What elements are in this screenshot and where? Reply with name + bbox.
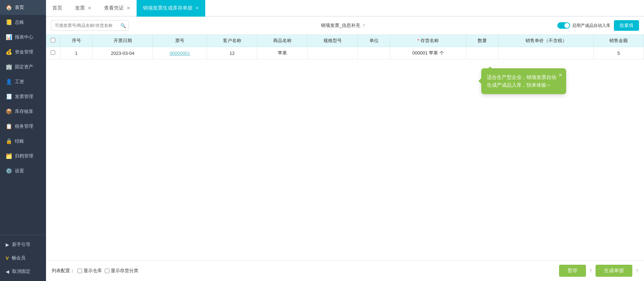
save-help-icon[interactable]: ?	[590, 268, 592, 274]
tab-invoice[interactable]: 发票 ✕	[69, 0, 98, 17]
table-row: 1 2023-03-04 00000001 12 苹果 000001 苹果 个 …	[46, 47, 644, 59]
data-table: 序号 开票日期 票号 客户名称 商品名称 规格型号 单位 * 存货名称 数量 销…	[46, 35, 644, 59]
th-seq: 序号	[60, 35, 92, 47]
sidebar: 🏠 首页 📒 总账 📊 报表中心 💰 资金管理 🏢 固定资产 👤 工资 🧾 发票…	[0, 0, 46, 281]
config-label: 列表配置：	[52, 268, 75, 274]
assets-icon: 🏢	[6, 64, 12, 70]
vip-icon: V	[6, 256, 9, 261]
th-quantity: 数量	[466, 35, 499, 47]
sidebar-item-close[interactable]: 🔒 结账	[0, 134, 46, 149]
th-checkbox	[46, 35, 60, 47]
sidebar-item-home[interactable]: 🏠 首页	[0, 0, 46, 15]
sidebar-item-assets[interactable]: 🏢 固定资产	[0, 59, 46, 74]
th-product: 商品名称	[257, 35, 307, 47]
search-icon[interactable]: 🔍	[120, 23, 126, 28]
sidebar-item-tax[interactable]: 📋 税务管理	[0, 119, 46, 134]
sidebar-item-vip[interactable]: V 畅会员	[0, 251, 46, 265]
search-wrap: 🔍	[51, 20, 129, 31]
tooltip-text: 适合生产型企业，销项发票自动生成产成品入库，快来体验～	[487, 74, 556, 88]
footer: 列表配置： 显示仓库 显示存货分类 暂存 ? 生成单据 ?	[46, 260, 644, 281]
row-inventory: 000001 苹果 个	[390, 47, 466, 59]
guide-icon: ▶	[6, 242, 9, 247]
inventory-icon: 📦	[6, 108, 12, 115]
sidebar-item-funds[interactable]: 💰 资金管理	[0, 45, 46, 59]
row-checkbox[interactable]	[51, 50, 55, 55]
generate-help-icon[interactable]: ?	[636, 268, 638, 274]
sidebar-item-inventory[interactable]: 📦 库存核算	[0, 104, 46, 119]
tab-home[interactable]: 首页	[46, 0, 69, 17]
toolbar-right: 启用产成品自动入库 批量填	[557, 20, 639, 31]
th-date: 开票日期	[92, 35, 153, 47]
search-input[interactable]	[51, 20, 129, 31]
toggle-wrap: 启用产成品自动入库	[557, 22, 610, 29]
th-inventory: * 存货名称	[390, 35, 466, 47]
th-spec: 规格型号	[307, 35, 358, 47]
tooltip-close-button[interactable]: ✕	[558, 71, 563, 79]
main-area: 首页 发票 ✕ 查看凭证 ✕ 销项发票生成库存单据 ✕ 🔍 销项发票_信息补充 …	[46, 0, 644, 281]
th-unit: 单位	[358, 35, 390, 47]
sidebar-footer-action[interactable]: ◀ 取消固定	[0, 265, 46, 278]
row-amount: 5	[593, 47, 644, 59]
reports-icon: 📊	[6, 34, 12, 40]
th-price-excl: 销售单价（不含税）	[499, 35, 593, 47]
invoice-icon: 🧾	[6, 93, 12, 100]
footer-actions: 暂存 ? 生成单据 ?	[559, 265, 638, 277]
sidebar-item-salary[interactable]: 👤 工资	[0, 74, 46, 89]
th-amount: 销售金额	[593, 35, 644, 47]
ticket-no-link[interactable]: 00000001	[169, 51, 190, 56]
sidebar-item-settings[interactable]: ⚙️ 设置	[0, 164, 46, 178]
funds-icon: 💰	[6, 49, 12, 55]
tab-create-stock-close[interactable]: ✕	[195, 6, 199, 11]
batch-fill-button[interactable]: 批量填	[614, 20, 639, 31]
tab-create-stock[interactable]: 销项发票生成库存单据 ✕	[137, 0, 205, 17]
ledger-icon: 📒	[6, 19, 12, 25]
row-date: 2023-03-04	[92, 47, 153, 59]
row-seq: 1	[60, 47, 92, 59]
sidebar-item-guide[interactable]: ▶ 新手引导	[0, 238, 46, 251]
row-checkbox-cell	[46, 47, 60, 59]
tooltip-box: ✕ 适合生产型企业，销项发票自动生成产成品入库，快来体验～	[481, 68, 566, 94]
footer-config: 列表配置： 显示仓库 显示存货分类	[52, 268, 138, 274]
row-quantity	[466, 47, 499, 59]
row-unit	[358, 47, 390, 59]
unpin-icon: ◀	[6, 269, 9, 274]
archive-icon: 🗂️	[6, 153, 12, 159]
tooltip-pointer	[478, 78, 481, 84]
row-price-excl	[499, 47, 593, 59]
content-area: 🔍 销项发票_信息补充 ? 启用产成品自动入库 批量填	[46, 17, 644, 281]
table-wrap: 序号 开票日期 票号 客户名称 商品名称 规格型号 单位 * 存货名称 数量 销…	[46, 35, 644, 260]
sidebar-item-invoice[interactable]: 🧾 发票管理	[0, 89, 46, 104]
auto-stock-toggle[interactable]	[557, 22, 570, 29]
show-warehouse-label[interactable]: 显示仓库	[77, 268, 102, 274]
sidebar-item-ledger[interactable]: 📒 总账	[0, 15, 46, 30]
show-category-checkbox[interactable]	[105, 269, 109, 273]
toolbar: 🔍 销项发票_信息补充 ? 启用产成品自动入库 批量填	[46, 17, 644, 35]
toolbar-middle: 销项发票_信息补充 ?	[132, 22, 554, 29]
row-spec	[307, 47, 358, 59]
save-button[interactable]: 暂存	[559, 265, 586, 277]
show-warehouse-checkbox[interactable]	[77, 269, 82, 273]
home-icon: 🏠	[6, 4, 12, 11]
sidebar-item-archive[interactable]: 🗂️ 归档管理	[0, 149, 46, 164]
tab-voucher[interactable]: 查看凭证 ✕	[98, 0, 137, 17]
salary-icon: 👤	[6, 79, 12, 85]
tax-icon: 📋	[6, 123, 12, 130]
tab-invoice-close[interactable]: ✕	[88, 6, 91, 11]
toggle-label: 启用产成品自动入库	[572, 23, 610, 29]
settings-icon: ⚙️	[6, 168, 12, 174]
th-customer: 客户名称	[207, 35, 257, 47]
sidebar-item-reports[interactable]: 📊 报表中心	[0, 30, 46, 45]
row-customer: 12	[207, 47, 257, 59]
info-label: 销项发票_信息补充	[321, 22, 360, 29]
row-ticket-no: 00000001	[153, 47, 207, 59]
row-product: 苹果	[257, 47, 307, 59]
show-category-label[interactable]: 显示存货分类	[105, 268, 138, 274]
tab-voucher-close[interactable]: ✕	[127, 6, 130, 11]
generate-button[interactable]: 生成单据	[596, 265, 632, 277]
th-ticket-no: 票号	[153, 35, 207, 47]
close-account-icon: 🔒	[6, 138, 12, 144]
info-help-icon[interactable]: ?	[363, 23, 365, 28]
select-all-checkbox[interactable]	[51, 38, 55, 42]
tab-bar: 首页 发票 ✕ 查看凭证 ✕ 销项发票生成库存单据 ✕	[46, 0, 644, 17]
